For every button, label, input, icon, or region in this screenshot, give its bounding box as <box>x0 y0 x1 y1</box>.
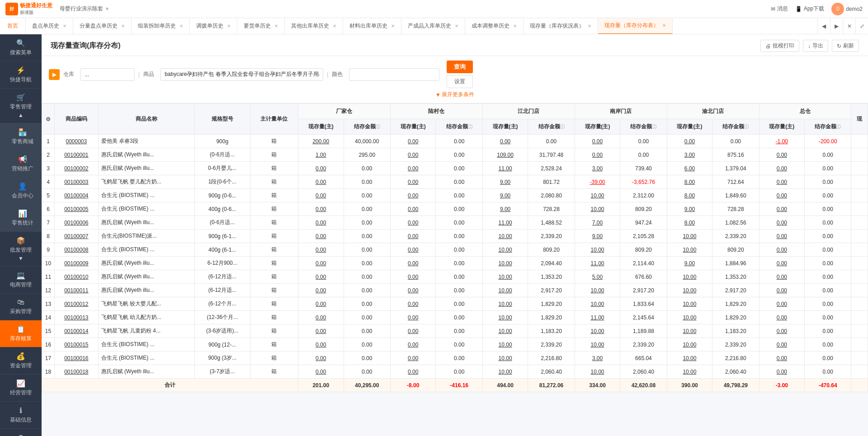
tab-tiaobo[interactable]: 调拨单历史 ✕ <box>190 18 237 34</box>
sidebar-item-purchase[interactable]: 🛍 采购管理 <box>0 294 42 320</box>
sidebar-item-wholesale[interactable]: 📦 批发管理 ▼ <box>0 232 42 267</box>
cell-changjia-cur[interactable]: 0.00 <box>298 270 344 284</box>
yubei-info-icon[interactable]: ⓘ <box>744 124 749 129</box>
cell-jiangbei-cur[interactable]: 10.00 <box>482 230 528 243</box>
cell-jiangbei-cur[interactable]: 10.00 <box>482 311 528 324</box>
user-menu[interactable]: D demo2 <box>831 3 863 15</box>
cell-changjia-cur[interactable]: 0.00 <box>298 338 344 352</box>
tab-kucun-fenbu[interactable]: 现存量（库存分布表） ✕ <box>598 18 673 34</box>
tab-qtck[interactable]: 其他出库单历史 ✕ <box>285 18 343 34</box>
close-icon[interactable]: ✕ <box>121 23 125 28</box>
cell-yubei-cur[interactable]: 9.00 <box>667 257 712 270</box>
sidebar-item-retail[interactable]: 🛒 零售管理 ▲ <box>0 89 42 123</box>
cell-total-cur[interactable]: 0.00 <box>759 352 805 365</box>
cell-nanan-cur[interactable]: 10.00 <box>575 202 620 216</box>
tab-pcrk[interactable]: 产成品入库单历史 ✕ <box>401 18 465 34</box>
cell-nanan-cur[interactable]: 0.00 <box>575 148 620 162</box>
cell-jiangbei-cur[interactable]: 10.00 <box>482 270 528 284</box>
sidebar-item-inventory[interactable]: 📋 库存核算 <box>0 320 42 347</box>
cell-lucun-cur[interactable]: 0.00 <box>390 338 436 352</box>
cell-yubei-cur[interactable]: 0.00 <box>667 135 712 148</box>
cell-changjia-cur[interactable]: 0.00 <box>298 230 344 243</box>
cell-code[interactable]: 00100010 <box>55 270 99 284</box>
product-input[interactable] <box>160 68 323 81</box>
close-icon[interactable]: ✕ <box>391 23 395 28</box>
cell-lucun-cur[interactable]: 0.00 <box>390 270 436 284</box>
warehouse-input[interactable] <box>80 68 135 81</box>
cell-jiangbei-cur[interactable]: 109.00 <box>482 148 528 162</box>
cell-total-cur[interactable]: 0.00 <box>759 311 805 324</box>
cell-jiangbei-cur[interactable]: 10.00 <box>482 338 528 352</box>
sidebar-item-retail-stats[interactable]: 📊 零售统计 <box>0 205 42 232</box>
expand-conditions-btn[interactable]: ▼ 展开更多条件 <box>435 91 474 98</box>
cell-code[interactable]: 00100015 <box>55 338 99 352</box>
cell-yubei-cur[interactable]: 10.00 <box>667 243 712 257</box>
cell-lucun-cur[interactable]: 0.00 <box>390 257 436 270</box>
cell-nanan-cur[interactable]: 10.00 <box>575 284 620 297</box>
cell-changjia-cur[interactable]: 0.00 <box>298 175 344 189</box>
tab-fenpandian[interactable]: 分量盘点单历史 ✕ <box>73 18 132 34</box>
setting-btn[interactable]: 设置 <box>447 75 473 88</box>
cell-code[interactable]: 00100014 <box>55 324 99 338</box>
print-btn[interactable]: 🖨 批模打印 <box>760 40 799 52</box>
cell-lucun-cur[interactable]: 0.00 <box>390 230 436 243</box>
sidebar-item-ecommerce[interactable]: 💻 电商管理 <box>0 267 42 294</box>
cell-jiangbei-cur[interactable]: 10.00 <box>482 243 528 257</box>
cell-changjia-cur[interactable]: 0.00 <box>298 297 344 311</box>
jiangbei-info-icon[interactable]: ⓘ <box>560 124 565 129</box>
tab-cbtz[interactable]: 成本调整单历史 ✕ <box>465 18 524 34</box>
sidebar-item-marketing[interactable]: 📢 营销推广 <box>0 150 42 178</box>
close-icon[interactable]: ✕ <box>274 23 278 28</box>
cell-changjia-cur[interactable]: 0.00 <box>298 162 344 175</box>
cell-yubei-cur[interactable]: 10.00 <box>667 297 712 311</box>
cell-jiangbei-cur[interactable]: 10.00 <box>482 365 528 379</box>
cell-jiangbei-cur[interactable]: 0.00 <box>482 135 528 148</box>
filter-collapse-btn[interactable]: ▶ <box>49 69 60 80</box>
cell-changjia-cur[interactable]: 0.00 <box>298 216 344 230</box>
cell-total-cur[interactable]: 0.00 <box>759 243 805 257</box>
tab-zuzchai[interactable]: 组装拆卸单历史 ✕ <box>132 18 190 34</box>
cell-yubei-cur[interactable]: 10.00 <box>667 230 712 243</box>
cell-nanan-cur[interactable]: -39.00 <box>575 175 620 189</box>
cell-yubei-cur[interactable]: 3.00 <box>667 148 712 162</box>
cell-jiangbei-cur[interactable]: 10.00 <box>482 284 528 297</box>
cell-code[interactable]: 0000003 <box>55 135 99 148</box>
app-download-btn[interactable]: 📱 App下载 <box>795 5 824 13</box>
cell-nanan-cur[interactable]: 10.00 <box>575 365 620 379</box>
org-selector[interactable]: 母婴行业演示陈套 ▼ <box>60 5 109 13</box>
cell-changjia-cur[interactable]: 0.00 <box>298 257 344 270</box>
search-btn[interactable]: 查询 <box>447 61 473 73</box>
cell-nanan-cur[interactable]: 10.00 <box>575 189 620 202</box>
sidebar-item-member[interactable]: 👤 会员中心 <box>0 178 42 205</box>
cell-total-cur[interactable]: -1.00 <box>759 135 805 148</box>
lucun-info-icon[interactable]: ⓘ <box>468 124 472 129</box>
cell-jiangbei-cur[interactable]: 10.00 <box>482 297 528 311</box>
cell-nanan-cur[interactable]: 7.00 <box>575 216 620 230</box>
cell-nanan-cur[interactable]: 11.00 <box>575 257 620 270</box>
cell-lucun-cur[interactable]: 0.00 <box>390 202 436 216</box>
cell-yubei-cur[interactable]: 10.00 <box>667 365 712 379</box>
cell-total-cur[interactable]: 0.00 <box>759 189 805 202</box>
cell-jiangbei-cur[interactable]: 9.00 <box>482 175 528 189</box>
cell-total-cur[interactable]: 0.00 <box>759 162 805 175</box>
cell-total-cur[interactable]: 0.00 <box>759 365 805 379</box>
close-icon[interactable]: ✕ <box>333 23 336 28</box>
tab-yaohuo[interactable]: 要货单历史 ✕ <box>237 18 285 34</box>
cell-code[interactable]: 00100002 <box>55 162 99 175</box>
cell-nanan-cur[interactable]: 3.00 <box>575 162 620 175</box>
close-icon[interactable]: ✕ <box>455 23 458 28</box>
cell-jiangbei-cur[interactable]: 11.00 <box>482 216 528 230</box>
cell-jiangbei-cur[interactable]: 9.00 <box>482 202 528 216</box>
cell-changjia-cur[interactable]: 200.00 <box>298 135 344 148</box>
close-icon[interactable]: ✕ <box>513 23 517 28</box>
close-icon[interactable]: ✕ <box>662 23 666 28</box>
cell-lucun-cur[interactable]: 0.00 <box>390 216 436 230</box>
cell-code[interactable]: 00100004 <box>55 189 99 202</box>
tab-kucun-zhuangkuang[interactable]: 现存量（库存状况表） ✕ <box>524 18 598 34</box>
cell-nanan-cur[interactable]: 10.00 <box>575 338 620 352</box>
cell-changjia-cur[interactable]: 0.00 <box>298 352 344 365</box>
cell-changjia-cur[interactable]: 0.00 <box>298 189 344 202</box>
cell-yubei-cur[interactable]: 10.00 <box>667 284 712 297</box>
cell-lucun-cur[interactable]: 0.00 <box>390 175 436 189</box>
nanan-info-icon[interactable]: ⓘ <box>652 124 656 129</box>
